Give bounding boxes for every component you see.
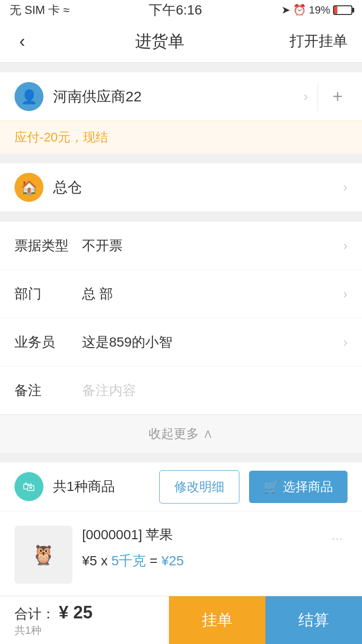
product-item: 🦉 [0000001] 苹果 ¥5 x 5千克 = ¥25 ··· — [0, 511, 362, 598]
product-count: 共1种商品 — [53, 477, 150, 496]
select-product-button[interactable]: 🛒 选择商品 — [249, 471, 348, 503]
status-right: ➤ ⏰ 19% — [281, 4, 352, 16]
remarks-label: 备注 — [14, 381, 72, 400]
total-sub: 共1种 — [14, 623, 154, 638]
section-gap-3 — [0, 211, 362, 221]
avatar-icon: 👤 — [21, 89, 38, 105]
invoice-type-chevron-icon: › — [343, 238, 348, 253]
edit-detail-button[interactable]: 修改明细 — [159, 470, 239, 504]
collapse-label: 收起更多 ∧ — [149, 425, 213, 442]
product-more-button[interactable]: ··· — [327, 526, 348, 551]
supplier-section: 👤 河南供应商22 › + 应付-20元，现结 — [0, 72, 362, 154]
price-times: x — [101, 553, 111, 568]
pending-button[interactable]: 挂单 — [169, 596, 265, 644]
product-owl-logo: 🦉 — [31, 544, 56, 566]
product-thumbnail: 🦉 — [14, 526, 72, 584]
status-time: 下午6:16 — [149, 1, 202, 19]
products-section: 🛍 共1种商品 修改明细 🛒 选择商品 🦉 [0000001] 苹果 ¥5 x … — [0, 462, 362, 598]
shopping-bag-icon: 🛍 — [23, 479, 35, 494]
alarm-icon: ⏰ — [293, 4, 306, 16]
section-gap-2 — [0, 154, 362, 163]
open-pending-button[interactable]: 打开挂单 — [290, 31, 348, 51]
product-info: [0000001] 苹果 ¥5 x 5千克 = ¥25 — [82, 526, 317, 570]
salesperson-chevron-icon: › — [343, 335, 348, 350]
product-header: 🛍 共1种商品 修改明细 🛒 选择商品 — [0, 462, 362, 511]
department-row[interactable]: 部门 总 部 › — [0, 269, 362, 318]
vertical-divider — [318, 82, 318, 111]
battery-icon — [333, 5, 352, 15]
department-chevron-icon: › — [343, 286, 348, 302]
supplier-avatar: 👤 — [14, 82, 43, 111]
footer: 合计： ¥ 25 共1种 挂单 结算 — [0, 596, 362, 644]
collapse-row[interactable]: 收起更多 ∧ — [0, 414, 362, 453]
department-label: 部门 — [14, 285, 72, 303]
department-value: 总 部 — [72, 285, 343, 303]
select-product-label: 选择商品 — [283, 478, 333, 495]
equals-sign: = — [150, 553, 161, 568]
product-name: [0000001] 苹果 — [82, 526, 317, 544]
invoice-type-label: 票据类型 — [14, 237, 72, 255]
cart-icon: 🛒 — [264, 479, 279, 494]
section-gap-4 — [0, 453, 362, 462]
salesperson-label: 业务员 — [14, 333, 72, 351]
form-section: 票据类型 不开票 › 部门 总 部 › 业务员 这是859的小智 › 备注 备注… — [0, 221, 362, 453]
total-label: 合计： — [14, 606, 55, 621]
section-gap-1 — [0, 63, 362, 72]
supplier-name: 河南供应商22 — [53, 87, 304, 107]
warehouse-row[interactable]: 🏠 总仓 › — [0, 163, 362, 211]
salesperson-row[interactable]: 业务员 这是859的小智 › — [0, 318, 362, 366]
page-title: 进货单 — [135, 30, 184, 53]
warehouse-chevron-icon: › — [343, 180, 348, 195]
invoice-type-value: 不开票 — [72, 237, 343, 255]
battery-label: 19% — [309, 4, 330, 16]
remarks-row[interactable]: 备注 备注内容 — [0, 366, 362, 414]
status-bar: 无 SIM 卡 ≈ 下午6:16 ➤ ⏰ 19% — [0, 0, 362, 20]
product-quantity: 5千克 — [111, 553, 146, 568]
total-amount: ¥ 25 — [59, 602, 93, 622]
product-unit-price: ¥5 — [82, 553, 97, 568]
footer-total-row: 合计： ¥ 25 — [14, 602, 154, 623]
salesperson-value: 这是859的小智 — [72, 333, 343, 351]
checkout-button[interactable]: 结算 — [265, 596, 362, 644]
product-total: ¥25 — [161, 553, 184, 568]
add-supplier-button[interactable]: + — [328, 82, 348, 112]
warehouse-icon: 🏠 — [14, 173, 43, 202]
warehouse-section: 🏠 总仓 › — [0, 163, 362, 211]
status-left: 无 SIM 卡 ≈ — [10, 2, 70, 18]
supplier-info-banner: 应付-20元，现结 — [0, 121, 362, 154]
invoice-type-row[interactable]: 票据类型 不开票 › — [0, 221, 362, 269]
location-icon: ➤ — [281, 4, 290, 16]
nav-bar: ‹ 进货单 打开挂单 — [0, 20, 362, 63]
remarks-input[interactable]: 备注内容 — [72, 381, 348, 400]
warehouse-name: 总仓 — [53, 178, 343, 197]
product-header-icon: 🛍 — [14, 472, 43, 501]
back-button[interactable]: ‹ — [14, 27, 30, 56]
sim-status: 无 SIM 卡 ≈ — [10, 2, 70, 18]
product-price: ¥5 x 5千克 = ¥25 — [82, 552, 317, 570]
supplier-chevron-icon[interactable]: › — [304, 89, 308, 104]
footer-total: 合计： ¥ 25 共1种 — [0, 602, 169, 638]
supplier-row: 👤 河南供应商22 › + — [0, 72, 362, 121]
